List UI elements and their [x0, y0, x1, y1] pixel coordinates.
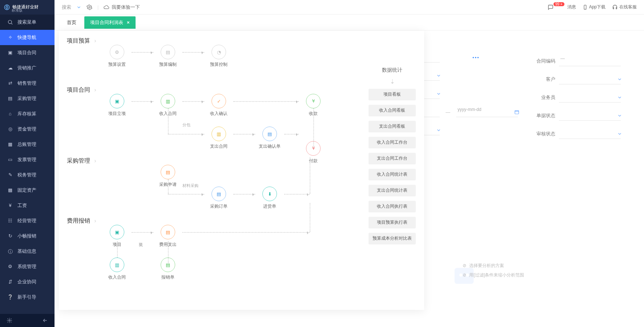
stat-button-2[interactable]: 支出合同看板: [369, 121, 416, 132]
sidebar-item-6[interactable]: ◎资金管理: [0, 121, 55, 137]
nav-icon: ▤: [7, 96, 13, 101]
svg-point-1: [89, 7, 90, 8]
nav-icon: ❔: [7, 294, 13, 300]
stats-title: 数据统计: [382, 67, 402, 73]
more-icon[interactable]: •••: [472, 55, 480, 60]
nav-icon: ☷: [7, 218, 13, 224]
section-budget[interactable]: 项目预算: [59, 37, 424, 45]
nav-icon: ◎: [7, 126, 13, 132]
sidebar-item-8[interactable]: ▭发票管理: [0, 152, 55, 167]
sidebar-item-14[interactable]: ⓘ基础信息: [0, 244, 55, 259]
node-budget-ctrl[interactable]: ◔预算控制: [204, 45, 233, 68]
stat-button-4[interactable]: 支出合同工作台: [369, 153, 416, 164]
sidebar-item-15[interactable]: ⚙系统管理: [0, 259, 55, 274]
content-area: 项目合同利润表(按合同部门) 按执行人查询 按合同部门按合同业务员按项目分类按项…: [55, 31, 644, 327]
gear-icon[interactable]: [86, 4, 92, 10]
chevron-down-icon[interactable]: [76, 5, 81, 10]
sidebar-item-10[interactable]: ▩固定资产: [0, 183, 55, 198]
audit-status-input[interactable]: [559, 129, 621, 139]
stat-button-1[interactable]: 收入合同看板: [369, 105, 416, 116]
field-bill-status: 单据状态: [530, 111, 622, 121]
node-project-init[interactable]: ▣项目立项: [102, 94, 132, 117]
node-budget-set[interactable]: ⚙预算设置: [102, 45, 132, 68]
chevron-right-icon: [93, 88, 97, 92]
node-reimburse[interactable]: ▤报销单: [153, 258, 182, 280]
tab-active[interactable]: 项目合同利润表 ×: [84, 16, 136, 29]
quick-nav-panel: 项目预算 ⚙预算设置 ▤预算编制 ◔预算控制 项目合同 ▣项目立项 ▥收入合同 …: [59, 31, 424, 310]
chevron-right-icon: [93, 39, 97, 43]
svg-point-21: [459, 274, 463, 277]
nav-icon: ✎: [7, 172, 13, 178]
node-goods-in[interactable]: ⬇进货单: [255, 187, 284, 210]
nav-icon: ✧: [7, 35, 13, 40]
field-contract-code: 合同编码 —: [530, 56, 622, 66]
label-material: 材料采购: [182, 183, 198, 188]
stat-button-9[interactable]: 预算成本分析对比表: [369, 233, 416, 244]
sidebar-item-13[interactable]: ↻小畅报销: [0, 228, 55, 244]
close-icon[interactable]: ×: [127, 20, 130, 25]
sidebar-item-17[interactable]: ❔新手引导: [0, 290, 55, 305]
sidebar-item-11[interactable]: ¥工资: [0, 198, 55, 213]
sidebar-item-4[interactable]: ▤采购管理: [0, 91, 55, 106]
brand-edition: 标准版: [12, 8, 23, 13]
sidebar-search[interactable]: 搜索菜单: [0, 15, 55, 30]
app-download-button[interactable]: App下载: [583, 4, 605, 10]
nav-icon: ⌂: [7, 111, 13, 117]
node-payment[interactable]: ￥付款: [299, 141, 328, 164]
field-salesman: 业务员: [530, 92, 622, 103]
svg-point-4: [9, 320, 10, 321]
try-experience-button[interactable]: 我要体验一下: [104, 4, 140, 11]
node-expense-contract[interactable]: ▥支出合同: [204, 127, 233, 149]
stat-button-8[interactable]: 项目预算执行表: [369, 217, 416, 228]
stat-button-3[interactable]: 收入合同工作台: [369, 137, 416, 148]
stat-button-7[interactable]: 收入合同执行表: [369, 201, 416, 212]
nav-icon: ▭: [7, 157, 13, 163]
sidebar-item-0[interactable]: ✧快捷导航: [0, 30, 55, 45]
sidebar-item-16[interactable]: ⇵企业协同: [0, 274, 55, 290]
sidebar-item-7[interactable]: ▦总账管理: [0, 137, 55, 152]
filter-right-column: 合同编码 — 客户 业务员 单据状态 审核状态: [530, 56, 622, 139]
node-income-confirm[interactable]: ✓收入确认: [204, 94, 233, 117]
tab-home[interactable]: 首页: [61, 15, 82, 31]
cloud-icon: [104, 4, 109, 10]
brand-logo-icon: [4, 4, 10, 11]
top-middle: 搜索 | 我要体验一下: [55, 4, 548, 11]
nav-icon: ⓘ: [7, 248, 13, 254]
svg-point-3: [8, 20, 12, 24]
sidebar-item-5[interactable]: ⌂库存核算: [0, 106, 55, 121]
bill-status-input[interactable]: [559, 111, 621, 121]
brand-block: 畅捷通好业财 标准版: [0, 0, 55, 15]
global-search[interactable]: 搜索: [62, 4, 71, 11]
messages-badge: 99 +: [554, 2, 564, 6]
chevron-right-icon: [93, 219, 97, 223]
label-subcontract: 分包: [182, 122, 190, 128]
node-expense-confirm[interactable]: ▤支出确认单: [255, 127, 284, 149]
top-bar: 畅捷通好业财 标准版 搜索 | 我要体验一下 99 + 消息 App下载 在线客…: [0, 0, 644, 15]
sidebar-item-12[interactable]: ☷经营管理: [0, 213, 55, 228]
stat-button-5[interactable]: 收入合同统计表: [369, 169, 416, 180]
sidebar-item-2[interactable]: ☁营销推广: [0, 60, 55, 76]
settings-icon[interactable]: [7, 318, 12, 323]
node-income-contract2[interactable]: ▥收入合同: [102, 258, 132, 280]
field-customer: 客户: [530, 74, 622, 84]
node-purchase-order[interactable]: ▤采购订单: [204, 187, 233, 210]
support-button[interactable]: 在线客服: [612, 4, 637, 10]
field-audit-status: 审核状态: [530, 129, 622, 139]
contract-code-input[interactable]: —: [559, 56, 621, 66]
nav-icon: ▩: [7, 187, 13, 193]
messages-button[interactable]: 99 + 消息: [548, 4, 576, 10]
nav-icon: ▣: [7, 50, 13, 56]
phone-icon: [583, 5, 588, 10]
node-budget-make[interactable]: ▤预算编制: [153, 45, 182, 68]
sidebar-item-3[interactable]: ⇄销售管理: [0, 76, 55, 91]
sidebar-item-9[interactable]: ✎税务管理: [0, 167, 55, 183]
stat-button-6[interactable]: 支出合同统计表: [369, 185, 416, 196]
nav-icon: ☁: [7, 65, 13, 71]
salesman-input[interactable]: [559, 92, 621, 103]
stats-column: 数据统计 ⇣ 项目看板收入合同看板支出合同看板收入合同工作台支出合同工作台收入合…: [367, 67, 418, 244]
arrow-down-icon: ⇣: [390, 80, 395, 84]
sidebar-item-1[interactable]: ▣项目合同: [0, 45, 55, 60]
stat-button-0[interactable]: 项目看板: [369, 89, 416, 100]
collapse-sidebar-icon[interactable]: [42, 318, 48, 323]
customer-input[interactable]: [559, 74, 621, 84]
